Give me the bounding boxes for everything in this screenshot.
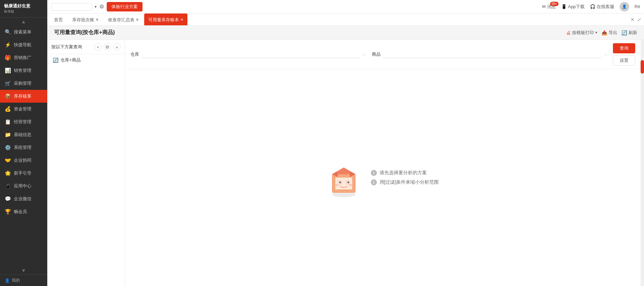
filter-row: 仓库 ··· 商品 ··· 查询 设置 (125, 40, 641, 69)
page-title: 可用量查询(按仓库+商品) (54, 29, 115, 36)
sidebar-item-inventory[interactable]: 📦 库存核算 (0, 90, 47, 103)
lightning-icon: ⚡ (5, 42, 11, 48)
product-filter-label: 商品 (372, 51, 381, 57)
tab-batch-ledger-close[interactable]: ✕ (96, 18, 99, 22)
sidebar-item-search[interactable]: 🔍 搜索菜单 (0, 26, 47, 38)
sidebar-item-shortcut[interactable]: ⚡ 快捷导航 (0, 38, 47, 51)
topbar-gear-icon[interactable]: ⚙ (99, 3, 104, 10)
warehouse-filter-dots[interactable]: ··· (363, 52, 366, 57)
sidebar-item-system[interactable]: ⚙️ 系统管理 (0, 141, 47, 154)
box-icon: 📦 (5, 93, 11, 99)
star-icon: 🌟 (5, 170, 11, 176)
sidebar-logo: 畅康通好生意 标准版 (0, 0, 47, 18)
tab-home[interactable]: 首页 (50, 14, 67, 25)
avatar[interactable]: 👤 (620, 2, 629, 11)
sidebar-item-member[interactable]: 🏆 畅会员 (0, 205, 47, 218)
sidebar-bottom-icon: 👤 (5, 278, 10, 283)
app-title: 畅康通好生意 (4, 3, 43, 9)
tab-receipt-summary[interactable]: 收发存汇总表 ✕ (104, 14, 143, 25)
schema-item-warehouse-product[interactable]: 🔄 仓库+商品 (47, 54, 125, 66)
empty-state: 1 请先选择要分析的方案 2 用[过滤]条件来缩小分析范围 (125, 69, 641, 286)
print-icon: 🖨 (566, 30, 571, 35)
product-filter-input[interactable] (383, 51, 602, 58)
tip-num-1: 1 (371, 170, 377, 176)
product-filter-dots[interactable]: ··· (604, 52, 608, 57)
folder-icon: 📁 (5, 132, 11, 138)
warehouse-filter-label: 仓库 (130, 51, 139, 57)
sidebar-item-basic[interactable]: 📁 基础信息 (0, 128, 47, 141)
main-content: ▾ ⚙ 体验行业方案 ✉ 消息 99+ 📱 App下载 🎧 在线客服 👤 Rit (47, 0, 644, 286)
tab-available-ledger[interactable]: 可用量库存账本 ✕ (144, 14, 187, 25)
message-icon: ✉ (542, 4, 546, 9)
cart-icon: 🛒 (5, 80, 11, 86)
page-header: 可用量查询(按仓库+商品) 🖨 按模板打印 ▾ 📤 导出 🔄 刷新 (47, 26, 644, 40)
empty-tip-2: 2 用[过滤]条件来缩小分析范围 (371, 179, 439, 185)
gear-icon: ⚙️ (5, 145, 11, 151)
handshake-icon: 🤝 (5, 157, 11, 163)
svg-point-10 (335, 184, 339, 186)
tab-available-ledger-close[interactable]: ✕ (180, 18, 183, 22)
scroll-up-arrow[interactable]: ▲ (0, 18, 47, 26)
empty-illustration (327, 161, 361, 194)
right-scrollbar[interactable] (641, 40, 644, 286)
schema-icon: 🔄 (53, 57, 58, 63)
sidebar-item-newuser[interactable]: 🌟 新手引导 (0, 167, 47, 180)
trial-button[interactable]: 体验行业方案 (107, 2, 143, 11)
warehouse-filter-input[interactable] (141, 51, 361, 58)
money-icon: 💰 (5, 106, 11, 112)
topbar-dropdown-arrow[interactable]: ▾ (95, 4, 97, 9)
tip-num-2: 2 (371, 179, 377, 185)
warehouse-filter-field: 仓库 ··· (130, 51, 366, 58)
tab-receipt-summary-close[interactable]: ✕ (136, 18, 139, 22)
mobile-icon: 📱 (5, 183, 11, 189)
filter-btn-group: 查询 设置 (613, 43, 635, 66)
left-panel-header: 按以下方案查询 + ⚙ « (47, 40, 125, 54)
export-button[interactable]: 📤 导出 (601, 30, 617, 36)
topbar-search (51, 3, 92, 10)
chart-icon: 📊 (5, 68, 11, 74)
tabs-bar: 首页 库存批次账 ✕ 收发存汇总表 ✕ 可用量库存账本 ✕ ✕ ⤢ (47, 14, 644, 26)
robot-svg (327, 161, 361, 198)
app-download-button[interactable]: 📱 App下载 (561, 4, 585, 10)
sidebar-bottom[interactable]: 👤 我的 (0, 275, 47, 286)
username-label: Rit (635, 4, 640, 9)
scrollbar-thumb[interactable] (641, 60, 644, 74)
sidebar-item-apps[interactable]: 📱 应用中心 (0, 180, 47, 192)
sidebar-item-sales[interactable]: 📊 销售管理 (0, 64, 47, 77)
collapse-panel-button[interactable]: « (113, 43, 121, 51)
headset-icon: 🎧 (590, 4, 595, 9)
print-button[interactable]: 🖨 按模板打印 ▾ (566, 30, 597, 36)
tabs-right: ✕ ⤢ (630, 17, 641, 22)
tab-batch-ledger[interactable]: 库存批次账 ✕ (68, 14, 103, 25)
expand-icon[interactable]: ⤢ (637, 17, 641, 22)
clipboard-icon: 📋 (5, 119, 11, 125)
query-button[interactable]: 查询 (613, 43, 635, 53)
sidebar-item-enterprise[interactable]: 🤝 企业协同 (0, 154, 47, 167)
message-button[interactable]: ✉ 消息 99+ (542, 4, 556, 10)
svg-point-9 (347, 182, 349, 183)
sidebar-item-operations[interactable]: 📋 经营管理 (0, 115, 47, 128)
settings-schema-button[interactable]: ⚙ (104, 43, 111, 51)
add-schema-button[interactable]: + (94, 43, 102, 51)
sidebar-item-finance[interactable]: 💰 资金管理 (0, 103, 47, 115)
trophy-icon: 🏆 (5, 209, 11, 215)
close-window-icon[interactable]: ✕ (630, 17, 635, 22)
online-service-button[interactable]: 🎧 在线客服 (590, 4, 614, 10)
svg-point-11 (349, 184, 352, 186)
settings-button[interactable]: 设置 (613, 55, 635, 66)
topbar: ▾ ⚙ 体验行业方案 ✉ 消息 99+ 📱 App下载 🎧 在线客服 👤 Rit (47, 0, 644, 14)
sidebar-item-marketing[interactable]: 🎁 营销推广 (0, 51, 47, 64)
sidebar-scroll: 🔍 搜索菜单 ⚡ 快捷导航 🎁 营销推广 📊 销售管理 🛒 采购管理 📦 库存核… (0, 26, 47, 266)
wechat-icon: 💬 (5, 196, 11, 202)
refresh-button[interactable]: 🔄 刷新 (621, 30, 637, 36)
export-icon: 📤 (601, 30, 607, 35)
sidebar-item-purchase[interactable]: 🛒 采购管理 (0, 77, 47, 90)
tip-text-2: 用[过滤]条件来缩小分析范围 (380, 179, 439, 185)
schema-label: 仓库+商品 (60, 57, 81, 63)
topbar-search-input[interactable] (51, 3, 92, 10)
print-dropdown-icon[interactable]: ▾ (595, 30, 597, 35)
scroll-down-arrow[interactable]: ▼ (0, 266, 47, 275)
gift-icon: 🎁 (5, 55, 11, 61)
topbar-right: ✉ 消息 99+ 📱 App下载 🎧 在线客服 👤 Rit (542, 2, 640, 11)
sidebar-item-wechat[interactable]: 💬 企业微信 (0, 192, 47, 205)
